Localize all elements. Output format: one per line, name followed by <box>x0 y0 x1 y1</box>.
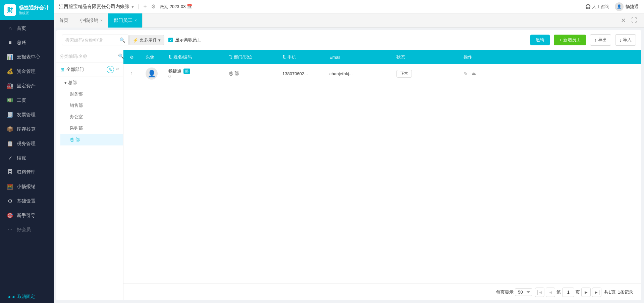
period-selector[interactable]: 账期 2023-03 📅 <box>160 4 193 10</box>
add-employee-button[interactable]: + 新增员工 <box>554 35 586 45</box>
tab-expense-close[interactable]: × <box>100 18 103 23</box>
dept-all-label: 全部部门 <box>66 67 84 73</box>
salary-icon: 💵 <box>7 97 13 103</box>
col-dept-position[interactable]: ⇅ 部门/职位 <box>223 50 277 64</box>
sidebar-item-label: 资金管理 <box>17 69 36 75</box>
settings-icon: ⚙ <box>7 198 13 204</box>
invite-button[interactable]: 邀请 <box>530 35 550 45</box>
settings-button[interactable]: ⚙ <box>151 3 156 10</box>
sidebar-item-home[interactable]: ⌂ 首页 <box>0 21 54 36</box>
import-icon: ↓ <box>620 38 622 43</box>
app-version: 旗舰版 <box>19 11 49 15</box>
col-phone[interactable]: ⇅ 手机 <box>277 50 324 64</box>
dept-group-header-zongbu[interactable]: ▾ 总部 <box>60 77 123 88</box>
show-resigned-label: 显示离职员工 <box>175 37 201 43</box>
tab-employees[interactable]: 部门员工 × <box>108 13 143 28</box>
sidebar-item-more[interactable]: ··· 好会员 <box>0 223 54 237</box>
col-name-code[interactable]: ⇅ 姓名/编码 <box>163 50 223 64</box>
last-page-button[interactable]: ►| <box>592 288 601 297</box>
headset-icon: 🎧 <box>585 4 591 9</box>
export-label: 导出 <box>598 37 607 43</box>
dept-panel: 🔍 ⊞ 全部部门 ✎ « ▾ 总部 财务 <box>56 50 123 300</box>
support-button[interactable]: 🎧 人工咨询 <box>585 4 609 10</box>
period-label: 账期 <box>160 4 168 10</box>
sidebar-item-settings[interactable]: ⚙ 基础设置 <box>0 194 54 208</box>
sidebar-item-label: 基础设置 <box>17 198 36 204</box>
add-tab-button[interactable]: + <box>143 3 147 10</box>
avatar-person-icon: 👤 <box>148 70 156 78</box>
topbar-right: 🎧 人工咨询 👤 畅捷通 <box>585 2 639 11</box>
company-selector[interactable]: 江西服宝精品有限责任公司内账张 ▾ <box>59 4 134 10</box>
tab-employees-close[interactable]: × <box>135 18 137 23</box>
col-status: 状态 <box>391 50 458 64</box>
col-settings[interactable]: ⚙ <box>123 50 140 64</box>
table-body: 1 👤 畅捷通 <box>123 64 641 83</box>
row-email-cell: chanjethkj... <box>324 64 391 83</box>
sidebar-item-checkout[interactable]: ✓ 结账 <box>0 151 54 165</box>
col-actions: 操作 <box>458 50 641 64</box>
first-page-button[interactable]: |◄ <box>535 288 544 297</box>
per-page-dropdown[interactable]: 20 50 100 <box>515 288 532 296</box>
sidebar-item-archive[interactable]: 🗄 归档管理 <box>0 165 54 179</box>
employee-code: 0 <box>168 74 218 79</box>
expand-tab-btn[interactable]: ⛶ <box>630 15 639 25</box>
prev-page-button[interactable]: ◄ <box>546 288 555 297</box>
search-button[interactable]: 🔍 <box>119 37 125 43</box>
logout-button[interactable]: ⏏ <box>472 71 476 76</box>
dept-badge: 部 <box>183 69 190 74</box>
dept-all-header[interactable]: ⊞ 全部部门 ✎ « <box>56 62 123 77</box>
user-menu[interactable]: 👤 畅捷通 <box>615 2 639 11</box>
checkout-icon: ✓ <box>7 155 13 161</box>
dept-collapse-button[interactable]: « <box>116 66 119 73</box>
sidebar-item-label: 工资 <box>17 97 26 103</box>
cancel-pin-button[interactable]: ◄◄ 取消固定 <box>0 290 54 303</box>
dept-item-caiwu[interactable]: 财务部 <box>60 88 123 100</box>
sidebar-item-expense[interactable]: 🧮 小畅报销 <box>0 179 54 194</box>
close-tab-btn[interactable]: ✕ <box>620 15 627 26</box>
export-button[interactable]: ↑ 导出 <box>590 34 611 46</box>
total-records: 共1页, 1条记录 <box>604 289 633 295</box>
sidebar-item-ledger[interactable]: ≡ 总账 <box>0 36 54 50</box>
tab-home-label: 首页 <box>59 17 68 24</box>
show-resigned-checkbox[interactable]: 显示离职员工 <box>168 37 201 43</box>
logo-icon: 财 <box>4 4 16 16</box>
sidebar-item-tax[interactable]: 📋 税务管理 <box>0 136 54 151</box>
dept-item-bangongshi[interactable]: 办公室 <box>60 111 123 123</box>
sidebar-item-assets[interactable]: 🏭 固定资产 <box>0 79 54 93</box>
dept-search-icon[interactable]: 🔍 <box>118 53 124 59</box>
page-suffix: 页 <box>576 289 580 295</box>
sidebar-item-label: 归档管理 <box>17 169 36 175</box>
sidebar-nav: ⌂ 首页 ≡ 总账 📊 云报表中心 💰 资金管理 🏭 固定资产 💵 工资 🧾 发… <box>0 20 54 290</box>
table-header: ⚙ 头像 ⇅ 姓名/编码 ⇅ 部门/职位 ⇅ 手机 <box>123 50 641 64</box>
cancel-pin-label: 取消固定 <box>17 294 35 300</box>
main-area: 江西服宝精品有限责任公司内账张 ▾ | + ⚙ 账期 2023-03 📅 🎧 人… <box>54 0 644 303</box>
sidebar-item-salary[interactable]: 💵 工资 <box>0 93 54 107</box>
page-label: 第 <box>556 289 561 295</box>
sidebar-item-guide[interactable]: 🎯 新手引导 <box>0 208 54 223</box>
search-input[interactable] <box>62 35 129 45</box>
import-button[interactable]: ↓ 导入 <box>615 34 636 46</box>
dept-item-xiaoshou[interactable]: 销售部 <box>60 100 123 111</box>
sidebar-item-funds[interactable]: 💰 资金管理 <box>0 64 54 79</box>
topbar-separator: | <box>138 4 139 10</box>
next-page-button[interactable]: ► <box>581 288 591 297</box>
dept-item-caigou[interactable]: 采购部 <box>60 123 123 134</box>
sidebar-item-label: 新手引导 <box>17 213 36 219</box>
sidebar-item-label: 小畅报销 <box>17 184 36 190</box>
edit-button[interactable]: ✎ <box>464 71 468 76</box>
dept-search-input[interactable] <box>60 54 116 59</box>
chevron-down-icon: ▾ <box>158 38 161 43</box>
sidebar-item-label: 首页 <box>17 26 26 32</box>
sidebar-item-reports[interactable]: 📊 云报表中心 <box>0 50 54 64</box>
dept-item-zongbu[interactable]: 总 部 <box>60 134 123 145</box>
dept-add-button[interactable]: ✎ <box>107 66 114 73</box>
tab-home[interactable]: 首页 <box>54 13 74 28</box>
expand-icon: ▾ <box>64 80 67 85</box>
tab-expense[interactable]: 小畅报销 × <box>74 13 108 28</box>
row-actions-cell: ✎ ⏏ <box>458 64 641 83</box>
sidebar-item-inventory[interactable]: 📦 库存核算 <box>0 122 54 136</box>
user-name: 畅捷通 <box>626 4 639 10</box>
sidebar-item-invoice[interactable]: 🧾 发票管理 <box>0 107 54 122</box>
more-conditions-button[interactable]: ⚡ 更多条件 ▾ <box>129 35 164 45</box>
page-input[interactable] <box>562 288 574 297</box>
